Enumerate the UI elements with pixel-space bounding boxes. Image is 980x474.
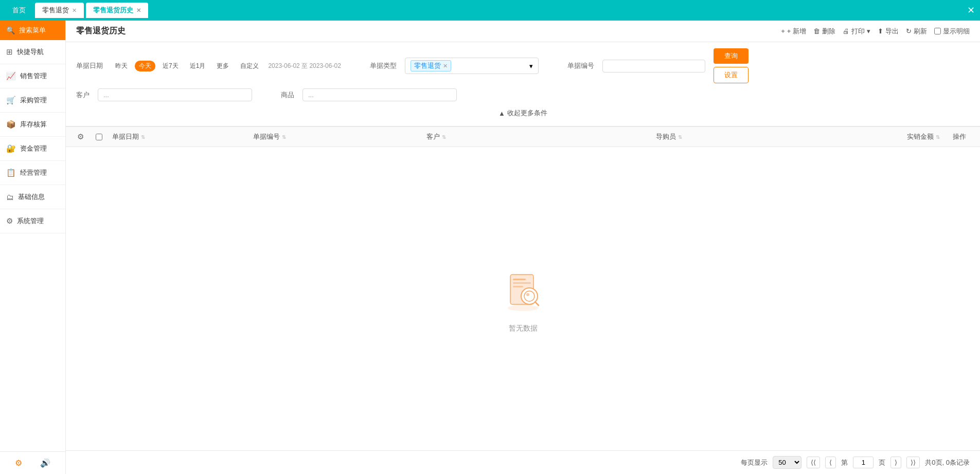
sidebar-item-sales-mgmt[interactable]: 📈 销售管理 (0, 64, 65, 88)
th-amount-label: 实销金额 (907, 132, 934, 141)
filter-settings-button[interactable]: 设置 (714, 67, 749, 83)
add-label: + 新增 (787, 27, 806, 36)
page-next-button[interactable]: ⟩ (890, 457, 901, 468)
th-num[interactable]: 单据编号 ⇅ (249, 132, 423, 141)
goods-select[interactable]: ... (302, 88, 457, 101)
per-page-select[interactable]: 10 20 50 100 (773, 456, 801, 469)
add-button[interactable]: + + 新增 (781, 27, 806, 36)
svg-rect-4 (513, 286, 523, 287)
sidebar-item-operations[interactable]: 📋 经营管理 (0, 161, 65, 185)
th-amount-sort-icon: ⇅ (936, 134, 940, 140)
th-date[interactable]: 单据日期 ⇅ (108, 132, 249, 141)
main-layout: 🔍 搜索菜单 ⊞ 快捷导航 📈 销售管理 🛒 采购管理 📦 库存核算 🔐 资金管… (0, 21, 980, 474)
doc-type-label: 单据类型 (370, 61, 397, 70)
th-settings-icon[interactable]: ⚙ (71, 132, 90, 141)
date-btn-yesterday[interactable]: 昨天 (111, 61, 132, 71)
svg-point-8 (526, 293, 529, 296)
th-guide-sort-icon: ⇅ (678, 134, 682, 140)
page-prev-button[interactable]: ⟨ (825, 457, 836, 468)
doc-num-input[interactable] (602, 60, 705, 72)
date-filters: 昨天 今天 近7天 近1月 更多 自定义 2023-06-02 至 2023-0… (111, 61, 341, 71)
tab-retail-return-history-label: 零售退货历史 (93, 6, 133, 15)
empty-state: 暂无数据 (66, 147, 980, 450)
print-label: 打印 (851, 27, 865, 36)
tab-home[interactable]: 首页 (5, 3, 33, 18)
date-btn-today[interactable]: 今天 (135, 61, 155, 71)
query-settings-col: 查询 设置 (714, 48, 749, 83)
window-close-icon[interactable]: ✕ (967, 5, 975, 16)
th-customer-label: 客户 (426, 132, 440, 141)
tab-retail-return-history-close[interactable]: ✕ (136, 7, 141, 14)
th-customer[interactable]: 客户 ⇅ (422, 132, 651, 141)
th-guide[interactable]: 导购员 ⇅ (652, 132, 826, 141)
th-customer-sort-icon: ⇅ (442, 134, 446, 140)
export-button[interactable]: ⬆ 导出 (878, 27, 899, 36)
doc-type-tag: 零售退货 ✕ (411, 60, 451, 71)
table-header: ⚙ 单据日期 ⇅ 单据编号 ⇅ 客户 ⇅ 导购员 ⇅ (66, 126, 980, 147)
th-date-sort-icon: ⇅ (141, 134, 145, 140)
sidebar-item-sales-label: 销售管理 (20, 71, 47, 81)
doc-num-label: 单据编号 (567, 61, 594, 70)
customer-select[interactable]: ... (98, 88, 252, 101)
page-last-button[interactable]: ⟩⟩ (906, 457, 920, 468)
tab-retail-return-close[interactable]: ✕ (72, 7, 77, 14)
delete-icon: 🗑 (813, 27, 820, 35)
tab-retail-return-history[interactable]: 零售退货历史 ✕ (86, 3, 148, 18)
page-number-input[interactable]: 1 (853, 457, 874, 468)
show-detail-checkbox[interactable] (934, 28, 941, 34)
doc-type-select[interactable]: 零售退货 ✕ ▾ (405, 58, 539, 74)
sidebar-item-quick-nav[interactable]: ⊞ 快捷导航 (0, 40, 65, 64)
doc-type-dropdown-icon[interactable]: ▾ (529, 62, 533, 70)
collapse-button[interactable]: ▲ 收起更多条件 (498, 108, 547, 118)
sidebar-search[interactable]: 🔍 搜索菜单 (0, 21, 65, 40)
system-icon: ⚙ (6, 216, 13, 226)
page-header: 零售退货历史 + + 新增 🗑 删除 🖨 打印 ▾ ⬆ 导出 (66, 21, 980, 42)
settings-gear-icon[interactable]: ⚙ (15, 458, 22, 468)
query-button[interactable]: 查询 (714, 48, 749, 64)
toolbar-actions: + + 新增 🗑 删除 🖨 打印 ▾ ⬆ 导出 ↻ (781, 27, 970, 36)
sidebar-item-system-mgmt[interactable]: ⚙ 系统管理 (0, 209, 65, 233)
filter-area: 单据日期 昨天 今天 近7天 近1月 更多 自定义 2023-06-02 至 2… (66, 42, 980, 126)
sidebar-item-purchase-mgmt[interactable]: 🛒 采购管理 (0, 88, 65, 113)
select-all-checkbox[interactable] (96, 134, 102, 140)
empty-text: 暂无数据 (509, 324, 538, 333)
sidebar-item-system-label: 系统管理 (17, 216, 44, 226)
date-filter-label: 单据日期 (76, 61, 103, 70)
sales-icon: 📈 (6, 71, 16, 81)
goods-ellipsis: ... (308, 91, 314, 99)
th-checkbox[interactable] (90, 134, 108, 140)
show-detail-label: 显示明细 (943, 27, 970, 36)
delete-button[interactable]: 🗑 删除 (813, 27, 835, 36)
th-amount[interactable]: 实销金额 ⇅ (825, 132, 944, 141)
pagination-bar: 每页显示 10 20 50 100 ⟨⟨ ⟨ 第 1 页 ⟩ ⟩⟩ 共0页, 0… (66, 450, 980, 474)
filter-row-2: 客户 ... 商品 ... (76, 88, 970, 101)
goods-label: 商品 (281, 90, 294, 100)
refresh-label: 刷新 (914, 27, 927, 36)
print-button[interactable]: 🖨 打印 ▾ (843, 27, 870, 36)
tab-retail-return[interactable]: 零售退货 ✕ (35, 3, 84, 18)
date-btn-last1m[interactable]: 近1月 (186, 61, 210, 71)
purchase-icon: 🛒 (6, 96, 16, 105)
date-btn-last7[interactable]: 近7天 (158, 61, 183, 71)
sidebar-item-basic-info-label: 基础信息 (18, 192, 45, 202)
collapse-up-icon: ▲ (498, 110, 505, 117)
date-btn-custom[interactable]: 自定义 (236, 61, 263, 71)
svg-rect-2 (513, 279, 526, 280)
sidebar-item-inventory[interactable]: 📦 库存核算 (0, 113, 65, 137)
doc-type-tag-close[interactable]: ✕ (443, 63, 448, 69)
page-first-button[interactable]: ⟨⟨ (807, 457, 820, 468)
refresh-button[interactable]: ↻ 刷新 (906, 27, 927, 36)
finance-icon: 🔐 (6, 144, 16, 153)
date-btn-more[interactable]: 更多 (212, 61, 233, 71)
sidebar-bottom: ⚙ 🔊 (0, 451, 65, 474)
per-page-label: 每页显示 (741, 458, 768, 467)
sidebar-item-basic-info[interactable]: 🗂 基础信息 (0, 185, 65, 209)
speaker-icon[interactable]: 🔊 (40, 458, 50, 468)
tab-retail-return-label: 零售退货 (42, 6, 69, 15)
sidebar-item-inventory-label: 库存核算 (20, 120, 47, 129)
show-detail-toggle[interactable]: 显示明细 (934, 27, 970, 36)
sidebar-item-quick-nav-label: 快捷导航 (17, 47, 44, 57)
sidebar-item-finance[interactable]: 🔐 资金管理 (0, 137, 65, 161)
quick-nav-icon: ⊞ (6, 47, 13, 57)
operations-icon: 📋 (6, 168, 16, 177)
